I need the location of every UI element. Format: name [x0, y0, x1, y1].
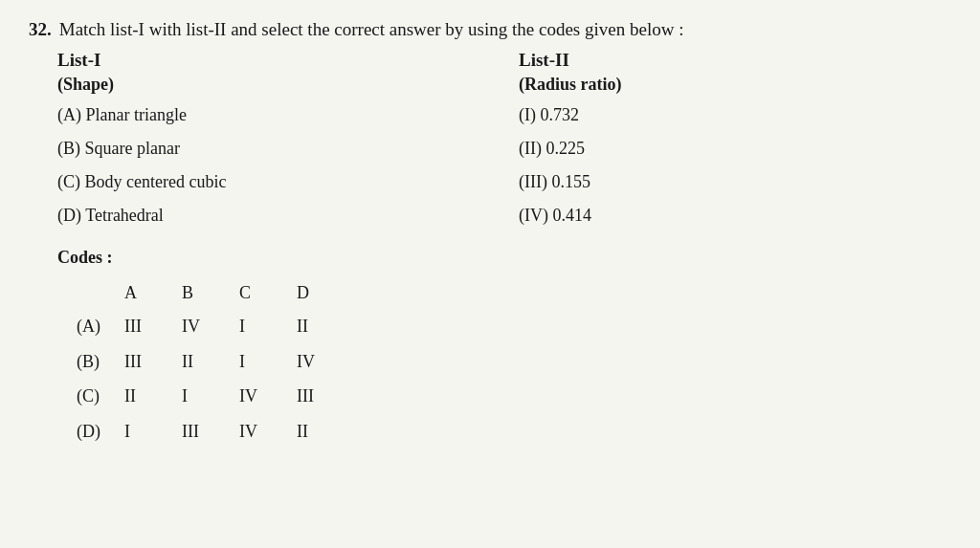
codes-table-cell: IV	[182, 309, 239, 344]
codes-table-row: (C)IIIIVIII	[77, 379, 354, 414]
codes-table-cell: IV	[297, 344, 354, 380]
question-header: 32. Match list-I with list-II and select…	[29, 19, 951, 40]
list-two-item-ii: (II) 0.225	[519, 136, 951, 162]
codes-table-cell: I	[239, 309, 297, 344]
codes-table-cell: IV	[239, 414, 297, 449]
list-one-item-d: (D) Tetrahedral	[57, 203, 490, 229]
codes-table-cell: II	[297, 414, 354, 449]
list-one-column: List-I (Shape) (A) Planar triangle (B) S…	[29, 50, 490, 236]
list-two-header: List-II	[519, 50, 951, 71]
list-two-column: List-II (Radius ratio) (I) 0.732 (II) 0.…	[490, 50, 951, 236]
codes-table-cell: III	[182, 414, 239, 449]
codes-table-cell: IV	[239, 379, 297, 414]
codes-column-header: D	[297, 275, 354, 309]
question-number: 32.	[29, 19, 52, 40]
codes-table-row: (B)IIIIIIIV	[77, 344, 354, 380]
codes-table-cell: III	[124, 344, 182, 380]
codes-table-cell: II	[297, 309, 354, 344]
list-two-subheader: (Radius ratio)	[519, 75, 951, 95]
codes-table-cell: I	[182, 379, 239, 414]
list-two-item-iv: (IV) 0.414	[519, 203, 951, 229]
codes-table-cell: (A)	[77, 309, 124, 344]
codes-label: Codes :	[57, 248, 951, 268]
list-two-item-i: (I) 0.732	[519, 102, 951, 128]
codes-table-cell: (D)	[77, 414, 124, 449]
codes-table-cell: I	[239, 344, 297, 380]
codes-column-header: A	[124, 275, 182, 309]
question-container: 32. Match list-I with list-II and select…	[29, 19, 951, 449]
codes-column-header	[77, 275, 124, 309]
codes-table-cell: (C)	[77, 379, 124, 414]
codes-table-cell: III	[297, 379, 354, 414]
codes-table-row: (A)IIIIVIII	[77, 309, 354, 344]
list-two-item-iii: (III) 0.155	[519, 169, 951, 195]
question-text: Match list-I with list-II and select the…	[59, 19, 684, 40]
codes-column-header: B	[182, 275, 239, 309]
list-one-item-a: (A) Planar triangle	[57, 102, 490, 128]
codes-table-cell: II	[124, 379, 182, 414]
codes-table-cell: I	[124, 414, 182, 449]
codes-table-row: (D)IIIIIVII	[77, 414, 354, 449]
list-one-item-c: (C) Body centered cubic	[57, 169, 490, 195]
codes-column-header: C	[239, 275, 297, 309]
codes-table: ABCD(A)IIIIVIII(B)IIIIIIIV(C)IIIIVIII(D)…	[77, 275, 354, 449]
codes-table-cell: III	[124, 309, 182, 344]
codes-section: Codes : ABCD(A)IIIIVIII(B)IIIIIIIV(C)III…	[29, 248, 951, 449]
lists-container: List-I (Shape) (A) Planar triangle (B) S…	[29, 50, 951, 236]
list-one-item-b: (B) Square planar	[57, 136, 490, 162]
list-one-subheader: (Shape)	[57, 75, 490, 95]
codes-table-cell: II	[182, 344, 239, 380]
codes-table-cell: (B)	[77, 344, 124, 380]
list-one-header: List-I	[57, 50, 490, 71]
